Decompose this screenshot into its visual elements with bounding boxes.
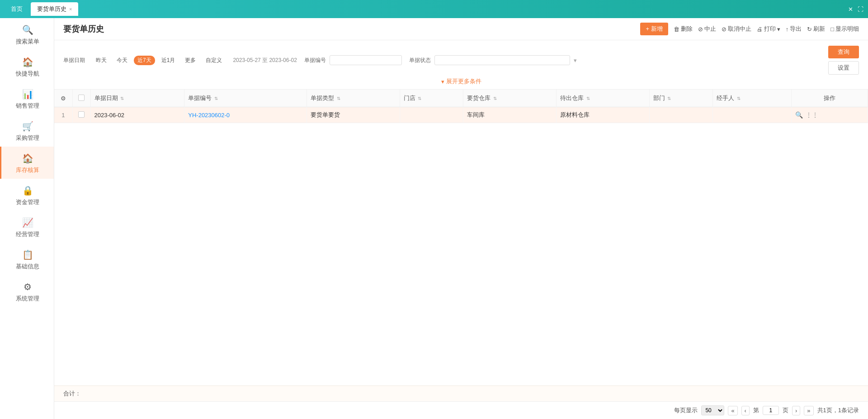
tab-requisition-history[interactable]: 要货单历史 ×: [31, 2, 78, 16]
page-size-label: 每页显示: [674, 406, 698, 414]
tab-home[interactable]: 首页: [5, 2, 29, 16]
query-button[interactable]: 查询: [828, 46, 859, 58]
sidebar-item-basic-info-label: 基础信息: [16, 262, 39, 271]
sort-pending-warehouse-icon: ⇅: [586, 96, 590, 101]
stop-button[interactable]: ⊘ 中止: [698, 25, 716, 33]
sidebar-item-finance-label: 资金管理: [16, 198, 39, 206]
sidebar-item-finance[interactable]: 🔒 资金管理: [0, 179, 54, 211]
col-store[interactable]: 门店 ⇅: [400, 90, 463, 107]
row-operation: 🔍 ⋮⋮: [791, 107, 868, 123]
refresh-button-label: 刷新: [813, 25, 825, 33]
date-btn-today[interactable]: 今天: [113, 56, 131, 65]
doc-number-label: 单据编号: [304, 57, 326, 64]
sidebar-item-inventory[interactable]: 🏠 库存核算: [0, 147, 54, 179]
page-size-select[interactable]: 10 20 50 100: [701, 405, 724, 415]
sidebar-item-system[interactable]: ⚙ 系统管理: [0, 275, 54, 307]
data-table: ⚙ 单据日期 ⇅ 单据编号 ⇅ 单据类型: [54, 90, 868, 123]
col-doc-number[interactable]: 单据编号 ⇅: [184, 90, 307, 107]
export-button-label: 导出: [790, 25, 802, 33]
sidebar-item-basic-info[interactable]: 📋 基础信息: [0, 243, 54, 275]
top-bar: 首页 要货单历史 × ✕ ⛶: [0, 0, 868, 18]
status-dropdown-icon[interactable]: ▾: [574, 57, 577, 64]
date-btn-yesterday[interactable]: 昨天: [92, 56, 110, 65]
delete-button[interactable]: 🗑 删除: [674, 25, 693, 33]
date-filter-label: 单据日期: [63, 57, 85, 64]
sidebar: 🔍 搜索菜单 🏠 快捷导航 📊 销售管理 🛒 采购管理 🏠 库存核算 🔒 资金管…: [0, 18, 54, 419]
window-close-icon[interactable]: ✕: [848, 6, 853, 13]
col-checkbox: [72, 90, 90, 107]
print-button[interactable]: 🖨 打印 ▾: [757, 25, 780, 33]
window-fullscreen-icon[interactable]: ⛶: [858, 6, 863, 13]
last-page-button[interactable]: »: [804, 406, 813, 415]
row-index: 1: [54, 107, 72, 123]
row-action-icons: 🔍 ⋮⋮: [795, 111, 864, 119]
sidebar-item-operations[interactable]: 📈 经营管理: [0, 211, 54, 243]
sidebar-item-system-label: 系统管理: [16, 295, 39, 303]
row-doc-number-link[interactable]: YH-20230602-0: [188, 112, 230, 119]
sidebar-item-search[interactable]: 🔍 搜索菜单: [0, 18, 54, 50]
sort-handler-icon: ⇅: [737, 96, 741, 101]
header-checkbox[interactable]: [78, 95, 85, 101]
filter-date-range: 2023-05-27 至 2023-06-02: [233, 57, 297, 64]
col-doc-date[interactable]: 单据日期 ⇅: [90, 90, 184, 107]
filter-date-buttons: 昨天 今天 近7天 近1月 更多 自定义: [92, 56, 226, 65]
col-handler[interactable]: 经手人 ⇅: [713, 90, 791, 107]
new-button[interactable]: + 新增: [640, 23, 668, 35]
row-view-icon[interactable]: 🔍: [795, 111, 803, 119]
page-number-input[interactable]: [763, 406, 779, 415]
col-doc-type[interactable]: 单据类型 ⇅: [307, 90, 400, 107]
cancel-stop-button-label: 取消中止: [728, 25, 751, 33]
prev-page-button[interactable]: ‹: [741, 406, 750, 415]
doc-number-input[interactable]: [330, 55, 402, 65]
settings-button[interactable]: 设置: [828, 61, 859, 75]
print-dropdown-icon: ▾: [777, 26, 780, 33]
expand-more-button[interactable]: ▾ 展开更多条件: [63, 77, 859, 86]
row-more-icon[interactable]: ⋮⋮: [806, 111, 818, 119]
date-btn-1month[interactable]: 近1月: [158, 56, 179, 65]
pagination: 每页显示 10 20 50 100 « ‹ 第 页 › » 共1页，1条记录: [54, 401, 868, 419]
cancel-stop-button[interactable]: ⊘ 取消中止: [722, 25, 751, 33]
toolbar: + 新增 🗑 删除 ⊘ 中止 ⊘ 取消中止 🖨 打印 ▾: [640, 23, 859, 35]
tab-close-icon[interactable]: ×: [69, 6, 72, 12]
row-checkbox-input[interactable]: [78, 111, 85, 118]
col-pending-warehouse[interactable]: 待出仓库 ⇅: [557, 90, 650, 107]
row-handler: [713, 107, 791, 123]
date-btn-custom[interactable]: 自定义: [202, 56, 226, 65]
row-store: [400, 107, 463, 123]
export-icon: ↑: [786, 26, 789, 33]
sidebar-item-search-label: 搜索菜单: [16, 38, 39, 46]
filter-area: 单据日期 昨天 今天 近7天 近1月 更多 自定义 2023-05-27 至 2…: [54, 40, 868, 90]
sort-doc-type-icon: ⇅: [337, 96, 340, 101]
refresh-button[interactable]: ↻ 刷新: [807, 25, 825, 33]
row-req-warehouse: 车间库: [463, 107, 557, 123]
first-page-button[interactable]: «: [728, 406, 737, 415]
print-button-label: 打印: [764, 25, 776, 33]
date-btn-7days[interactable]: 近7天: [134, 56, 155, 65]
sort-doc-number-icon: ⇅: [214, 96, 218, 101]
display-detail-button[interactable]: □ 显示明细: [830, 25, 859, 33]
top-bar-right: ✕ ⛶: [848, 6, 863, 13]
sidebar-item-purchase[interactable]: 🛒 采购管理: [0, 114, 54, 147]
col-store-label: 门店: [404, 95, 415, 101]
row-department: [649, 107, 713, 123]
expand-more-icon: ▾: [441, 78, 444, 85]
export-button[interactable]: ↑ 导出: [786, 25, 802, 33]
sales-icon: 📊: [22, 89, 33, 100]
row-checkbox[interactable]: [72, 107, 90, 123]
print-icon: 🖨: [757, 26, 763, 33]
table-container: ⚙ 单据日期 ⇅ 单据编号 ⇅ 单据类型: [54, 90, 868, 386]
new-button-label: + 新增: [646, 25, 662, 33]
delete-button-label: 删除: [681, 25, 693, 33]
col-settings[interactable]: ⚙: [54, 90, 72, 107]
row-doc-number[interactable]: YH-20230602-0: [184, 107, 307, 123]
col-req-warehouse[interactable]: 要货仓库 ⇅: [463, 90, 557, 107]
row-doc-date: 2023-06-02: [90, 107, 184, 123]
status-input[interactable]: [434, 55, 570, 65]
sidebar-item-quick-nav[interactable]: 🏠 快捷导航: [0, 50, 54, 82]
tab-requisition-history-label: 要货单历史: [37, 5, 66, 13]
date-btn-more[interactable]: 更多: [181, 56, 199, 65]
sidebar-item-sales[interactable]: 📊 销售管理: [0, 82, 54, 114]
next-page-button[interactable]: ›: [792, 406, 800, 415]
cancel-stop-icon: ⊘: [722, 26, 726, 33]
col-department[interactable]: 部门 ⇅: [649, 90, 713, 107]
